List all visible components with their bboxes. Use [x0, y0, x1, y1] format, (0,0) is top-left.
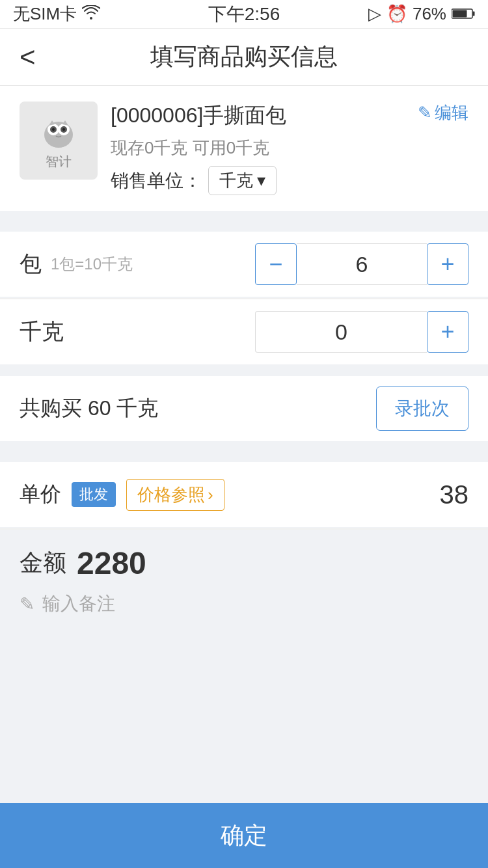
product-stock: 现存0千克 可用0千克 [111, 137, 468, 159]
dropdown-icon: ▾ [257, 170, 265, 191]
edit-icon: ✎ [418, 103, 432, 123]
remark-label: 输入备注 [42, 591, 115, 616]
location-icon: ▷ [368, 4, 381, 24]
kg-label: 千克 [20, 317, 64, 347]
back-button[interactable]: < [20, 42, 36, 73]
status-bar: 无SIM卡 下午2:56 ▷ ⏰ 76% [0, 0, 488, 29]
pencil-icon: ✎ [20, 593, 34, 615]
bao-plus-button[interactable]: + [427, 243, 468, 285]
amount-row: 金额 2280 [20, 545, 468, 581]
price-value: 38 [440, 480, 469, 509]
price-ref-arrow: › [208, 485, 213, 505]
kg-section: 千克 + [0, 299, 488, 364]
confirm-section[interactable]: 确定 [0, 803, 488, 868]
svg-point-3 [44, 122, 73, 148]
battery-percent: 76% [413, 4, 446, 24]
bao-label: 包 1包=10千克 [20, 249, 133, 279]
bao-quantity-input[interactable] [297, 243, 427, 285]
product-name: [0000006]手撕面包 [111, 102, 286, 130]
status-right: ▷ ⏰ 76% [368, 4, 475, 24]
bao-section: 包 1包=10千克 − + [0, 232, 488, 297]
product-image: 智计 [20, 102, 98, 180]
edit-label: 编辑 [435, 102, 468, 124]
page-title: 填写商品购买信息 [150, 41, 338, 73]
brand-label: 智计 [46, 153, 72, 170]
bao-controls: − + [255, 243, 468, 285]
status-time: 下午2:56 [208, 2, 280, 27]
nav-bar: < 填写商品购买信息 [0, 29, 488, 86]
price-tag: 批发 [72, 482, 116, 507]
kg-row: 千克 + [20, 299, 468, 364]
unit-selector[interactable]: 千克 ▾ [208, 166, 277, 195]
kg-quantity-input[interactable] [255, 311, 427, 353]
confirm-button[interactable]: 确定 [221, 820, 267, 852]
price-row: 单价 批发 价格参照 › 38 [20, 462, 468, 527]
batch-button[interactable]: 录批次 [376, 387, 468, 431]
separator-4 [0, 452, 488, 462]
unit-label: 销售单位： [111, 169, 202, 193]
amount-label: 金额 [20, 547, 66, 579]
price-ref-button[interactable]: 价格参照 › [126, 479, 224, 511]
summary-section: 共购买 60 千克 录批次 [0, 376, 488, 441]
amount-value: 2280 [77, 545, 146, 581]
unit-value: 千克 [219, 169, 253, 192]
product-section: 智计 [0000006]手撕面包 ✎ 编辑 现存0千克 可用0千克 销售单位： … [0, 86, 488, 211]
status-left: 无SIM卡 [13, 3, 100, 25]
battery-icon [452, 4, 475, 24]
bao-text: 包 [20, 249, 42, 279]
kg-text: 千克 [20, 317, 64, 347]
svg-point-9 [62, 128, 65, 131]
bao-row: 包 1包=10千克 − + [20, 232, 468, 297]
bao-minus-button[interactable]: − [255, 243, 297, 285]
price-section: 单价 批发 价格参照 › 38 [0, 462, 488, 527]
price-label: 单价 [20, 480, 61, 509]
svg-point-8 [52, 128, 55, 131]
price-ref-label: 价格参照 [137, 483, 205, 506]
separator-1 [0, 221, 488, 232]
summary-row: 共购买 60 千克 录批次 [20, 376, 468, 441]
carrier-text: 无SIM卡 [13, 3, 77, 25]
svg-rect-1 [473, 12, 475, 16]
alarm-icon: ⏰ [386, 4, 407, 24]
edit-button[interactable]: ✎ 编辑 [418, 102, 468, 124]
wifi-icon [82, 4, 100, 24]
bao-hint: 1包=10千克 [51, 254, 133, 275]
summary-text: 共购买 60 千克 [20, 394, 158, 423]
product-header: [0000006]手撕面包 ✎ 编辑 [111, 102, 468, 130]
amount-section: 金额 2280 ✎ 输入备注 [0, 530, 488, 632]
kg-plus-button[interactable]: + [427, 311, 468, 353]
svg-rect-2 [453, 10, 467, 18]
separator-3 [0, 366, 488, 376]
product-unit-row: 销售单位： 千克 ▾ [111, 166, 468, 195]
product-info: [0000006]手撕面包 ✎ 编辑 现存0千克 可用0千克 销售单位： 千克 … [111, 102, 468, 195]
remark-row[interactable]: ✎ 输入备注 [20, 591, 468, 616]
kg-controls: + [255, 311, 468, 353]
product-image-placeholder: 智计 [39, 111, 78, 170]
